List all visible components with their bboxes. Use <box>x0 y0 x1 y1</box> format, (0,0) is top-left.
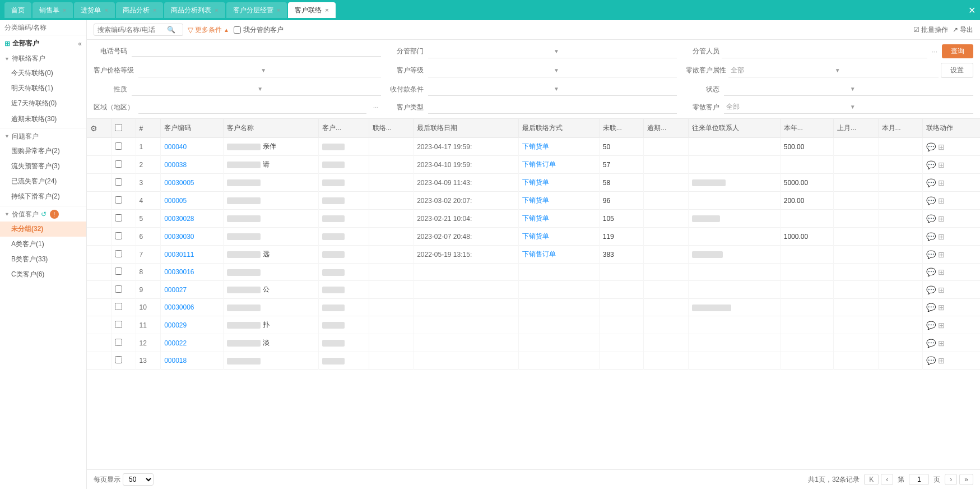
chat-icon[interactable]: 💬 <box>926 356 936 365</box>
row-checkbox[interactable] <box>115 196 122 204</box>
filter-search-icon[interactable]: 🔍 <box>167 26 175 34</box>
dept-select[interactable]: ▼ <box>428 45 677 58</box>
select-all-checkbox[interactable] <box>115 124 122 131</box>
last-page-btn[interactable]: » <box>959 474 973 485</box>
grid-icon[interactable]: ⊞ <box>938 321 945 330</box>
grid-icon[interactable]: ⊞ <box>938 214 945 223</box>
page-input[interactable] <box>909 474 929 485</box>
sidebar-item-b-class[interactable]: B类客户(33) <box>0 252 86 267</box>
sidebar-item-no-group[interactable]: 未分组(32) <box>0 222 86 237</box>
window-close-btn[interactable]: ✕ <box>968 5 976 16</box>
per-page-select[interactable]: 50 20 100 <box>123 473 154 486</box>
tab-goods-analysis-list-close[interactable]: × <box>215 7 218 13</box>
retail-attr-select[interactable]: 全部▼ <box>728 64 939 77</box>
grid-icon[interactable]: ⊞ <box>938 356 945 365</box>
sidebar-item-overdue-contact[interactable]: 逾期未联络(30) <box>0 112 86 127</box>
retail-customer-select[interactable]: 全部▼ <box>724 100 973 114</box>
staff-select[interactable] <box>722 45 927 58</box>
row-checkbox[interactable] <box>115 339 122 346</box>
row-checkbox[interactable] <box>115 356 122 363</box>
tab-customer-segment[interactable]: 客户分层经营 × <box>226 2 287 18</box>
sidebar-item-today-contact[interactable]: 今天待联络(0) <box>0 66 86 81</box>
row-checkbox[interactable] <box>115 232 122 239</box>
sidebar-collapse-btn[interactable]: « <box>78 40 82 48</box>
sidebar-all-customers[interactable]: ⊞ 全部客户 « <box>0 35 86 52</box>
chat-icon[interactable]: 💬 <box>926 160 936 169</box>
sidebar-search-input[interactable] <box>4 24 87 31</box>
tab-purchase-close[interactable]: × <box>104 7 108 13</box>
value-group-refresh-icon[interactable]: ↺ <box>41 210 47 218</box>
chat-icon[interactable]: 💬 <box>926 142 936 151</box>
sidebar-item-loss-warning[interactable]: 流失预警客户(3) <box>0 159 86 174</box>
tab-home[interactable]: 首页 <box>4 2 31 18</box>
contact-way-link[interactable]: 下销售订单 <box>522 250 556 258</box>
grid-icon[interactable]: ⊞ <box>938 178 945 187</box>
chat-icon[interactable]: 💬 <box>926 196 936 205</box>
chat-icon[interactable]: 💬 <box>926 232 936 241</box>
chat-icon[interactable]: 💬 <box>926 250 936 259</box>
contact-way-link[interactable]: 下销售订单 <box>522 160 556 168</box>
row-checkbox[interactable] <box>115 285 122 293</box>
tab-goods-analysis-close[interactable]: × <box>153 7 156 13</box>
row-checkbox[interactable] <box>115 250 122 257</box>
filter-search-input[interactable] <box>97 26 165 34</box>
staff-dots[interactable]: ··· <box>930 48 940 56</box>
sidebar-item-tomorrow-contact[interactable]: 明天待联络(1) <box>0 81 86 96</box>
tab-sales-close[interactable]: × <box>63 7 66 13</box>
grid-icon[interactable]: ⊞ <box>938 267 945 276</box>
tab-customer-segment-close[interactable]: × <box>277 7 280 13</box>
row-checkbox[interactable] <box>115 214 122 222</box>
grid-icon[interactable]: ⊞ <box>938 160 945 169</box>
export-btn[interactable]: ↗ 导出 <box>953 25 973 35</box>
customer-level-select[interactable]: ▼ <box>428 64 677 77</box>
row-checkbox[interactable] <box>115 142 122 150</box>
tab-purchase[interactable]: 进货单 × <box>74 2 114 18</box>
status-select[interactable]: ▼ <box>724 82 973 96</box>
contact-way-link[interactable]: 下销货单 <box>522 178 549 186</box>
next-page-btn[interactable]: › <box>945 474 957 485</box>
grid-icon[interactable]: ⊞ <box>938 303 945 312</box>
th-settings[interactable]: ⚙ <box>87 119 111 138</box>
phone-input[interactable] <box>132 46 381 57</box>
chat-icon[interactable]: 💬 <box>926 339 936 348</box>
tab-customer-contact-close[interactable]: × <box>325 7 328 13</box>
contact-way-link[interactable]: 下销货单 <box>522 214 549 222</box>
sidebar-item-a-class[interactable]: A类客户(1) <box>0 237 86 252</box>
grid-icon[interactable]: ⊞ <box>938 285 945 294</box>
row-checkbox[interactable] <box>115 321 122 328</box>
chat-icon[interactable]: 💬 <box>926 321 936 330</box>
sidebar-item-c-class[interactable]: C类客户(6) <box>0 267 86 282</box>
chat-icon[interactable]: 💬 <box>926 303 936 312</box>
sidebar-item-declining[interactable]: 持续下滑客户(2) <box>0 189 86 204</box>
tab-goods-analysis[interactable]: 商品分析 × <box>116 2 163 18</box>
sidebar-item-7day-contact[interactable]: 近7天待联络(0) <box>0 96 86 111</box>
row-checkbox[interactable] <box>115 267 122 275</box>
sidebar-item-lost[interactable]: 已流失客户(24) <box>0 174 86 189</box>
row-checkbox[interactable] <box>115 303 122 310</box>
chat-icon[interactable]: 💬 <box>926 267 936 276</box>
region-dots[interactable]: ··· <box>371 103 381 111</box>
contact-way-link[interactable]: 下销货单 <box>522 142 549 150</box>
chat-icon[interactable]: 💬 <box>926 285 936 294</box>
chat-icon[interactable]: 💬 <box>926 178 936 187</box>
grid-icon[interactable]: ⊞ <box>938 142 945 151</box>
sidebar-item-abnormal[interactable]: 囤购异常客户(2) <box>0 144 86 159</box>
tab-customer-contact[interactable]: 客户联络 × <box>288 2 335 18</box>
contact-way-link[interactable]: 下销货单 <box>522 196 549 204</box>
grid-icon[interactable]: ⊞ <box>938 232 945 241</box>
customer-type-select[interactable] <box>428 100 677 114</box>
filter-more-btn[interactable]: ▽ 更多条件 ▲ <box>188 25 229 35</box>
row-checkbox[interactable] <box>115 178 122 186</box>
chat-icon[interactable]: 💬 <box>926 214 936 223</box>
query-btn[interactable]: 查询 <box>942 44 973 58</box>
batch-op-btn[interactable]: ☑ 批量操作 <box>913 25 948 35</box>
pay-select[interactable]: ▼ <box>428 82 677 96</box>
price-level-select[interactable]: ▼ <box>138 64 381 77</box>
reset-btn[interactable]: 设置 <box>941 63 973 78</box>
grid-icon[interactable]: ⊞ <box>938 196 945 205</box>
grid-icon[interactable]: ⊞ <box>938 339 945 348</box>
tab-sales[interactable]: 销售单 × <box>32 2 73 18</box>
filter-my-customers-checkbox[interactable] <box>234 26 241 34</box>
gender-select[interactable]: ▼ <box>132 82 381 96</box>
row-checkbox[interactable] <box>115 160 122 168</box>
